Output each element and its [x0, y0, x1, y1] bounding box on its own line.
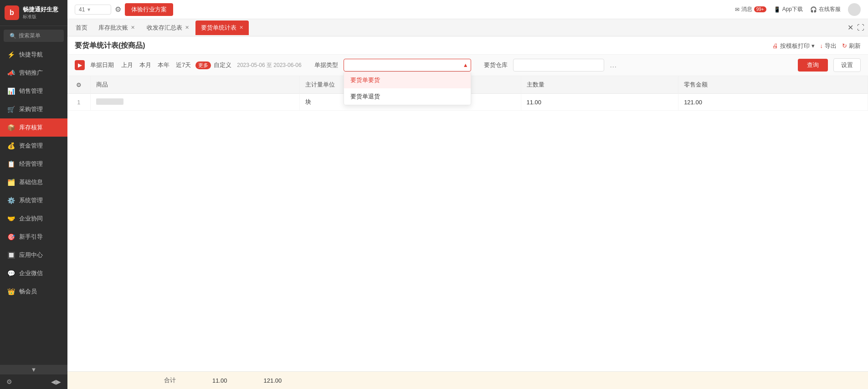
filter-expand-btn[interactable]: ▶: [75, 60, 85, 70]
page-content: 要货单统计表(按商品) 🖨 按模板打印 ▾ ↓ 导出 ↻ 刷新: [67, 36, 868, 389]
tab-label: 库存批次账: [98, 24, 128, 32]
sidebar-item-cooperation[interactable]: 🤝 企业协同: [0, 210, 67, 228]
app-download-btn[interactable]: 📱 App下载: [774, 5, 803, 13]
apps-icon: 🔲: [6, 251, 15, 260]
collapse-sidebar-btn[interactable]: ◀▶: [51, 378, 61, 385]
online-service-btn[interactable]: 🎧 在线客服: [810, 5, 841, 13]
app-sub: 标准版: [23, 14, 58, 20]
dropdown-option-1[interactable]: 要货单要货: [344, 72, 471, 88]
headset-icon: 🎧: [810, 6, 817, 13]
messages-btn[interactable]: ✉ 消息 99+: [735, 5, 766, 13]
table-container: ⚙ 商品 主计量单位 主数量 零售金额 1 块 11.00 121.00: [67, 76, 868, 371]
tabs-bar: 首页 库存批次账 ✕ 收发存汇总表 ✕ 要货单统计表 ✕ ✕ ⛶: [67, 19, 868, 36]
user-avatar[interactable]: [848, 3, 861, 16]
sidebar-item-purchase[interactable]: 🛒 采购管理: [0, 100, 67, 118]
sidebar-item-label: 基础信息: [19, 178, 43, 186]
messages-label: 消息: [741, 5, 752, 13]
custom-date-btn[interactable]: 自定义: [214, 61, 231, 69]
phone-icon: 📱: [774, 6, 781, 13]
sidebar-item-sales[interactable]: 📊 销售管理: [0, 82, 67, 100]
row-product: [90, 94, 299, 111]
tab-close-icon[interactable]: ✕: [239, 25, 243, 31]
tab-order-stats[interactable]: 要货单统计表 ✕: [195, 20, 249, 35]
app-logo-text: 畅捷通好生意 标准版: [23, 5, 58, 20]
filter-settings-btn[interactable]: 设置: [833, 58, 861, 72]
inventory-icon: 📦: [6, 123, 15, 132]
search-icon: 🔍: [10, 33, 16, 39]
sidebar-item-newbie[interactable]: 🎯 新手引导: [0, 228, 67, 246]
col-settings[interactable]: ⚙: [67, 76, 90, 94]
main-content: 41 ▾ ⚙ 体验行业方案 ✉ 消息 99+ 📱 App下载 🎧 在线客服: [67, 0, 868, 389]
filter-bar: ▶ 单据日期 上月 本月 本年 近7天 更多 自定义 2023-05-06 至 …: [67, 55, 868, 76]
sidebar-item-finance[interactable]: 💰 资金管理: [0, 137, 67, 155]
fullscreen-btn[interactable]: ⛶: [857, 24, 864, 32]
last-month-btn[interactable]: 上月: [119, 60, 135, 70]
tab-home[interactable]: 首页: [71, 21, 92, 35]
print-btn[interactable]: 🖨 按模板打印 ▾: [772, 42, 815, 50]
footer-values: 11.00 121.00: [212, 377, 282, 384]
table-footer: 合计 11.00 121.00: [67, 371, 868, 389]
footer-amount: 121.00: [264, 377, 282, 384]
last7days-btn[interactable]: 近7天: [174, 60, 193, 70]
purchase-icon: 🛒: [6, 105, 15, 114]
sidebar-item-vip[interactable]: 👑 畅会员: [0, 282, 67, 301]
sidebar-item-label: 应用中心: [19, 251, 43, 259]
type-select-arrow: ▲: [463, 62, 468, 68]
cooperation-icon: 🤝: [6, 214, 15, 223]
type-select[interactable]: [344, 59, 471, 72]
sidebar-item-label: 库存核算: [19, 123, 43, 132]
dropdown-option-2[interactable]: 要货单退货: [344, 88, 471, 105]
sidebar-item-system[interactable]: ⚙️ 系统管理: [0, 191, 67, 210]
tab-receipt-summary[interactable]: 收发存汇总表 ✕: [141, 20, 195, 35]
close-all-tabs-btn[interactable]: ✕: [847, 23, 853, 32]
store-name: 41: [79, 6, 85, 13]
col-product: 商品: [90, 76, 299, 94]
export-btn[interactable]: ↓ 导出: [820, 42, 837, 50]
sidebar-item-wechat[interactable]: 💬 企业微信: [0, 264, 67, 282]
sidebar-item-inventory[interactable]: 📦 库存核算: [0, 118, 67, 137]
warehouse-label: 要货仓库: [484, 61, 508, 69]
sidebar-bottom: ⚙ ◀▶: [0, 374, 67, 389]
date-label: 单据日期: [90, 61, 114, 69]
store-selector[interactable]: 41 ▾: [75, 5, 111, 15]
tab-inventory-batch[interactable]: 库存批次账 ✕: [93, 20, 140, 35]
filter-row: ▶ 单据日期 上月 本月 本年 近7天 更多 自定义 2023-05-06 至 …: [75, 58, 861, 72]
sidebar-item-marketing[interactable]: 📣 营销推广: [0, 64, 67, 82]
this-year-btn[interactable]: 本年: [156, 60, 171, 70]
topbar-gear-btn[interactable]: ⚙: [115, 5, 121, 14]
sidebar-item-base[interactable]: 🗂️ 基础信息: [0, 173, 67, 191]
footer-quantity: 11.00: [212, 377, 227, 384]
sidebar-item-quicknav[interactable]: ⚡ 快捷导航: [0, 46, 67, 64]
sidebar-item-operations[interactable]: 📋 经营管理: [0, 155, 67, 173]
this-month-btn[interactable]: 本月: [138, 60, 153, 70]
system-icon: ⚙️: [6, 196, 15, 205]
sidebar-item-apps[interactable]: 🔲 应用中心: [0, 246, 67, 264]
type-select-wrapper: ▲ 要货单要货 要货单退货: [344, 59, 471, 72]
tab-label: 要货单统计表: [201, 24, 236, 32]
print-dropdown-arrow[interactable]: ▾: [812, 42, 815, 49]
messages-badge: 99+: [754, 6, 766, 12]
type-label: 单据类型: [314, 61, 338, 69]
sidebar-item-label: 企业微信: [19, 269, 43, 277]
message-icon: ✉: [735, 6, 740, 13]
warehouse-input[interactable]: [513, 59, 604, 72]
sidebar-logo: b 畅捷通好生意 标准版: [0, 0, 67, 26]
sidebar-search-btn[interactable]: 🔍 搜索菜单: [4, 30, 64, 42]
more-filter-btn[interactable]: …: [610, 61, 617, 69]
type-dropdown-menu: 要货单要货 要货单退货: [344, 72, 471, 105]
print-label: 按模板打印: [780, 42, 810, 50]
more-dates-badge[interactable]: 更多: [195, 61, 211, 69]
tab-close-icon[interactable]: ✕: [131, 25, 135, 31]
settings-bottom-btn[interactable]: ⚙: [6, 378, 12, 385]
refresh-btn[interactable]: ↻ 刷新: [842, 42, 861, 50]
app-download-label: App下载: [782, 5, 803, 13]
sidebar-scroll-down[interactable]: ▼: [0, 365, 67, 374]
trial-industry-btn[interactable]: 体验行业方案: [125, 3, 173, 16]
query-btn[interactable]: 查询: [798, 59, 828, 72]
export-label: 导出: [825, 42, 837, 50]
newbie-icon: 🎯: [6, 232, 15, 241]
sidebar-item-label: 经营管理: [19, 160, 43, 168]
sidebar-item-label: 快捷导航: [19, 51, 43, 59]
tab-close-icon[interactable]: ✕: [185, 25, 189, 31]
sidebar-item-label: 新手引导: [19, 233, 43, 241]
